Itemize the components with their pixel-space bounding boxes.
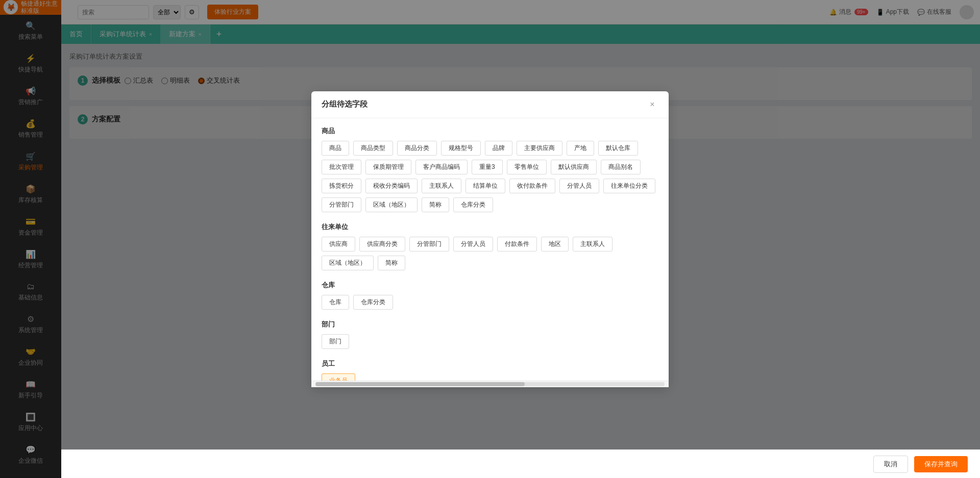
field-tag-customer-code[interactable]: 客户商品编码 (415, 160, 468, 174)
product-section: 商品 商品 商品类型 商品分类 规格型号 品牌 主要供应商 产地 默认仓库 批次… (322, 127, 658, 212)
field-tag-warehouse-category[interactable]: 仓库分类 (453, 197, 493, 212)
employee-fields: 业务员 (322, 373, 658, 381)
field-tag-product-type[interactable]: 商品类型 (353, 141, 393, 156)
field-tag-region[interactable]: 区域（地区） (365, 197, 418, 212)
field-tag-region2[interactable]: 区域（地区） (322, 256, 374, 270)
field-tag-supervisor2[interactable]: 分管人员 (453, 237, 493, 251)
field-tag-brand[interactable]: 品牌 (485, 141, 512, 156)
modal-scrollbar[interactable] (311, 381, 669, 387)
field-tag-warehouse-cat[interactable]: 仓库分类 (353, 295, 393, 310)
field-tag-tax-code[interactable]: 税收分类编码 (365, 179, 418, 193)
save-button[interactable]: 保存并查询 (914, 456, 968, 472)
field-tag-batch-mgmt[interactable]: 批次管理 (322, 160, 361, 174)
field-tag-default-warehouse[interactable]: 默认仓库 (598, 141, 638, 156)
partner-section-title: 往来单位 (322, 222, 658, 232)
department-section-title: 部门 (322, 320, 658, 329)
warehouse-section: 仓库 仓库 仓库分类 (322, 281, 658, 310)
product-fields: 商品 商品类型 商品分类 规格型号 品牌 主要供应商 产地 默认仓库 批次管理 … (322, 141, 658, 212)
warehouse-fields: 仓库 仓库分类 (322, 295, 658, 310)
field-tag-area[interactable]: 地区 (541, 237, 569, 251)
page-footer: 取消 保存并查询 (61, 449, 980, 478)
warehouse-section-title: 仓库 (322, 281, 658, 290)
field-tag-partner-category[interactable]: 往来单位分类 (603, 179, 655, 193)
field-tag-dept[interactable]: 部门 (322, 334, 349, 349)
field-tag-settle-unit[interactable]: 结算单位 (465, 179, 505, 193)
field-tag-default-supplier[interactable]: 默认供应商 (551, 160, 597, 174)
field-tag-main-contact[interactable]: 主联系人 (422, 179, 461, 193)
field-tag-pick-points[interactable]: 拣货积分 (322, 179, 361, 193)
modal-close-button[interactable]: × (646, 98, 658, 111)
field-tag-payment-terms[interactable]: 收付款条件 (509, 179, 555, 193)
field-tag-product-category[interactable]: 商品分类 (397, 141, 437, 156)
field-tag-salesperson[interactable]: 业务员 (322, 373, 355, 381)
product-section-title: 商品 (322, 127, 658, 136)
modal-dialog: 分组待选字段 × 商品 商品 商品类型 商品分类 规格型号 品牌 主要供应商 产… (311, 91, 669, 387)
field-tag-warehouse[interactable]: 仓库 (322, 295, 349, 310)
field-tag-main-contact2[interactable]: 主联系人 (573, 237, 612, 251)
employee-section-title: 员工 (322, 359, 658, 368)
field-tag-product[interactable]: 商品 (322, 141, 349, 156)
modal-title: 分组待选字段 (322, 99, 368, 109)
field-tag-retail-unit[interactable]: 零售单位 (507, 160, 547, 174)
field-tag-dept-managed[interactable]: 分管部门 (322, 197, 361, 212)
partner-fields: 供应商 供应商分类 分管部门 分管人员 付款条件 地区 主联系人 区域（地区） … (322, 237, 658, 270)
field-tag-supplier[interactable]: 供应商 (322, 237, 355, 251)
field-tag-supplier-category[interactable]: 供应商分类 (359, 237, 405, 251)
department-section: 部门 部门 (322, 320, 658, 349)
field-tag-dept-managed2[interactable]: 分管部门 (409, 237, 449, 251)
field-tag-short-name2[interactable]: 简称 (378, 256, 405, 270)
field-tag-short-name[interactable]: 简称 (422, 197, 449, 212)
field-tag-origin[interactable]: 产地 (567, 141, 594, 156)
employee-section: 员工 业务员 (322, 359, 658, 381)
field-tag-supervisor[interactable]: 分管人员 (559, 179, 599, 193)
modal-body: 商品 商品 商品类型 商品分类 规格型号 品牌 主要供应商 产地 默认仓库 批次… (311, 118, 669, 381)
field-tag-main-supplier[interactable]: 主要供应商 (517, 141, 562, 156)
cancel-button[interactable]: 取消 (873, 456, 908, 473)
modal-header: 分组待选字段 × (311, 91, 669, 118)
department-fields: 部门 (322, 334, 658, 349)
partner-section: 往来单位 供应商 供应商分类 分管部门 分管人员 付款条件 地区 主联系人 区域… (322, 222, 658, 270)
field-tag-expiry-mgmt[interactable]: 保质期管理 (365, 160, 411, 174)
modal-overlay: 分组待选字段 × 商品 商品 商品类型 商品分类 规格型号 品牌 主要供应商 产… (0, 0, 980, 478)
field-tag-weight3[interactable]: 重量3 (472, 160, 503, 174)
field-tag-spec-model[interactable]: 规格型号 (441, 141, 481, 156)
field-tag-payment-terms2[interactable]: 付款条件 (497, 237, 537, 251)
field-tag-product-alias[interactable]: 商品别名 (601, 160, 641, 174)
